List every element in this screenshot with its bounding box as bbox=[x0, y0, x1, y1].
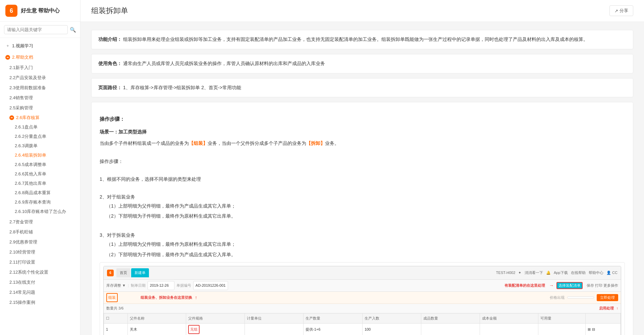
annotation-process-label: 启用处理 bbox=[599, 305, 614, 312]
mock-cell-name: 关木 bbox=[127, 323, 186, 335]
mock-parent-table: ☐ 父件名称 父件规格 计量单位 生产数量 生产入数 成品数量 成本金额 可用量 bbox=[104, 313, 621, 335]
sidebar-item-2-6-10[interactable]: 2.6.10库存账本错了怎么办 bbox=[15, 207, 80, 216]
sidebar-item-2-6-3[interactable]: 2.6.3调拨单 bbox=[15, 141, 80, 151]
mock-th-parent-name: 父件名称 bbox=[127, 313, 186, 323]
sidebar-item-2-10[interactable]: 2.10经营管理 bbox=[9, 247, 80, 257]
mock-th-parent-spec: 父件规格 bbox=[186, 313, 245, 323]
mock-toolbar-type: 库存调整 ▼ bbox=[106, 282, 126, 289]
sidebar-item-2-9[interactable]: 2.9优惠券管理 bbox=[9, 237, 80, 247]
assembly-highlight: 【组装】 bbox=[189, 141, 208, 146]
mock-billno-field[interactable]: AD-20191226-001 bbox=[193, 281, 228, 290]
circle-minus-icon bbox=[5, 55, 10, 60]
mock-confirm-btn[interactable]: 立即处理 bbox=[597, 294, 618, 301]
mock-date-field[interactable]: 2019-12-26 bbox=[148, 281, 174, 290]
role-label: 使用角色： bbox=[98, 61, 122, 66]
mock-toolbar: 库存调整 ▼ | 制单日期 2019-12-26 单据编号 AD-2019122… bbox=[104, 280, 621, 292]
sidebar-item-docs[interactable]: 2.帮助文档 bbox=[0, 52, 80, 63]
search-input[interactable] bbox=[4, 25, 68, 34]
sidebar-nav: + 1.视频学习 2.帮助文档 2.1新手入门 2.2产品安装及登录 2.3使用… bbox=[0, 38, 80, 335]
sidebar-item-2-15[interactable]: 2.15操作案例 bbox=[9, 297, 80, 308]
sidebar-item-2-6-5[interactable]: 2.6.5成本调整单 bbox=[15, 160, 80, 169]
mock-nav-tabs: 首页 新建单 bbox=[116, 268, 149, 277]
step2-sub1: （1）上部明细为父件明细，最终作为产成品生成其它入库单； bbox=[106, 202, 625, 211]
step2-sub2: （2）下部明细为子件明细，最终作为原材料生成其它出库单。 bbox=[106, 212, 625, 221]
sidebar-item-2-4[interactable]: 2.4销售管理 bbox=[9, 93, 80, 103]
sidebar-item-2-6-7[interactable]: 2.6.7其他出库单 bbox=[15, 179, 80, 188]
sidebar-item-2-7[interactable]: 2.7资金管理 bbox=[9, 217, 80, 227]
mock-switch-type-box[interactable]: 组装 bbox=[106, 293, 118, 302]
app-name: 好生意 帮助中心 bbox=[21, 7, 60, 14]
content-body: 功能介绍： 组装拆卸单用来处理企业组装或拆卸等加工业务，支持有固定装配清单的产品… bbox=[80, 22, 644, 335]
role-card: 使用角色： 通常由生产人员或库管人员完成拆装业务的操作，库管人员确认原材料的出库… bbox=[91, 54, 633, 73]
step3-sub2: （2）下部明细为子件明细，最终作为产成品生成其它入库单。 bbox=[106, 250, 625, 259]
sidebar-item-video[interactable]: + 1.视频学习 bbox=[0, 41, 80, 51]
sidebar-item-2-6-4[interactable]: 2.6.4组装拆卸单 bbox=[15, 151, 80, 160]
search-bar: 🔍 bbox=[0, 22, 80, 38]
share-label: 分享 bbox=[620, 8, 628, 14]
sidebar-item-2-11[interactable]: 2.11打印设置 bbox=[9, 257, 80, 267]
sidebar-item-2-6-2[interactable]: 2.6.2分量盘点单 bbox=[15, 132, 80, 141]
function-intro-label: 功能介绍： bbox=[98, 37, 122, 42]
sidebar-item-2-6-9[interactable]: 2.6.9库存账本查询 bbox=[15, 198, 80, 207]
mock-th-unit: 计量单位 bbox=[245, 313, 304, 323]
mock-qty-row: 数量共 3/6 启用处理 ↑ bbox=[104, 304, 621, 313]
step3: 3、对于拆装业务 bbox=[100, 231, 625, 240]
mock-th-prod-qty: 生产数量 bbox=[304, 313, 363, 323]
role-text: 通常由生产人员或库管人员完成拆装业务的操作，库管人员确认原材料的出库和产成品的入… bbox=[123, 61, 325, 66]
sidebar-item-2-1[interactable]: 2.1新手入门 bbox=[9, 63, 80, 73]
mock-cell-seq: 1 bbox=[104, 323, 128, 335]
mock-tab-active: 新建单 bbox=[131, 268, 149, 277]
step2: 2、对于组装业务 bbox=[100, 192, 625, 202]
share-button[interactable]: ↗ 分享 bbox=[609, 5, 633, 16]
disassemble-highlight: 【拆卸】 bbox=[306, 141, 325, 146]
sidebar-item-2-12[interactable]: 2.12系统个性化设置 bbox=[9, 267, 80, 277]
mock-cell-qty: 提供-1+6 bbox=[304, 323, 363, 335]
mock-toolbar-options: 保存 打印 更多操作 bbox=[587, 282, 618, 289]
steps-section: 操作步骤： 场景一：加工类型选择 当由多个子件材料组装成一个成品的业务为【组装】… bbox=[91, 102, 633, 335]
function-intro-card: 功能介绍： 组装拆卸单用来处理企业组装或拆卸等加工业务，支持有固定装配清单的产品… bbox=[91, 30, 633, 49]
sidebar-item-2-14[interactable]: 2.14常见问题 bbox=[9, 287, 80, 297]
sidebar-item-2-3[interactable]: 2.3使用前数据准备 bbox=[9, 83, 80, 93]
sidebar-item-docs-label: 2.帮助文档 bbox=[12, 54, 33, 60]
path-text: 1、库存核算->库存管理->组装拆卸单 2、首页->常用功能 bbox=[123, 85, 241, 90]
mock-header-right: TEST-H002 ✦ 消消看一下 🔔 App下载 在线帮助 帮助中心 👤 CC bbox=[496, 269, 618, 276]
mock-cell-cost bbox=[480, 323, 538, 335]
step1: 1、根据不同的业务，选择不同单据的类型来处理 bbox=[100, 175, 625, 184]
share-icon: ↗ bbox=[614, 8, 618, 13]
plus-icon: + bbox=[5, 44, 10, 48]
mock-cell-in-qty: 100 bbox=[362, 323, 421, 335]
sidebar-item-2-6-8[interactable]: 2.6.8商品成本重算 bbox=[15, 188, 80, 198]
mock-company-input[interactable] bbox=[567, 296, 594, 298]
annotation-assembly-label: 有装配清单的在这里处理 bbox=[504, 282, 545, 289]
sidebar-item-2-2[interactable]: 2.2产品安装及登录 bbox=[9, 73, 80, 83]
circle-minus-2-icon bbox=[9, 115, 14, 120]
sidebar-item-2-6-label: 2.6库存核算 bbox=[16, 115, 40, 121]
sub-sub-items-2-6: 2.6.1盘点单 2.6.2分量盘点单 2.6.3调拨单 2.6.4组装拆卸单 … bbox=[9, 122, 80, 216]
docs-sub-items: 2.1新手入门 2.2产品安装及登录 2.3使用前数据准备 2.4销售管理 2.… bbox=[0, 63, 80, 308]
sidebar-item-2-13[interactable]: 2.13在线支付 bbox=[9, 277, 80, 287]
mock-th-prod-in: 生产入数 bbox=[362, 313, 421, 323]
sidebar-item-2-5[interactable]: 2.5采购管理 bbox=[9, 103, 80, 113]
search-icon[interactable]: 🔍 bbox=[70, 27, 76, 33]
sidebar-item-2-6-6[interactable]: 2.6.6其他入库单 bbox=[15, 169, 80, 179]
mock-th-prod-amount: 成品数量 bbox=[421, 313, 480, 323]
sidebar: 6 好生意 帮助中心 🔍 + 1.视频学习 2.帮助文档 2.1新手入门 2.2… bbox=[0, 0, 80, 335]
path-card: 页面路径： 1、库存核算->库存管理->组装拆卸单 2、首页->常用功能 bbox=[91, 78, 633, 98]
mock-cell-spec: 无组 bbox=[186, 323, 245, 335]
mock-parent-table-container: ☐ 父件名称 父件规格 计量单位 生产数量 生产入数 成品数量 成本金额 可用量 bbox=[104, 313, 621, 335]
sidebar-item-2-8[interactable]: 2.8手机旺铺 bbox=[9, 227, 80, 237]
main-content: 组装拆卸单 ↗ 分享 功能介绍： 组装拆卸单用来处理企业组装或拆卸等加工业务，支… bbox=[80, 0, 644, 335]
mock-cell-prod-amt bbox=[421, 323, 480, 335]
mock-cell-avail bbox=[538, 323, 586, 335]
mock-switch-assembly: 组装 bbox=[108, 295, 116, 299]
mock-th-cost-amount: 成本金额 bbox=[480, 313, 538, 323]
sidebar-item-2-6-1[interactable]: 2.6.1盘点单 bbox=[15, 122, 80, 132]
nav-group-video: + 1.视频学习 bbox=[0, 41, 80, 51]
scene1-title: 场景一：加工类型选择 bbox=[100, 127, 625, 136]
mock-parent-row-1: 1 关木 无组 提供-1+6 100 bbox=[104, 323, 621, 335]
mock-toolbar-date-label: 制单日期 bbox=[131, 282, 146, 289]
scene1-desc: 当由多个子件材料组装成一个成品的业务为【组装】业务，当由一个父件拆分成多个子产品… bbox=[100, 139, 625, 148]
mock-tab-home: 首页 bbox=[116, 268, 130, 277]
mock-select-assembly-btn[interactable]: 选择装配清单 bbox=[556, 282, 583, 289]
sidebar-item-2-6[interactable]: 2.6库存核算 bbox=[9, 113, 80, 122]
